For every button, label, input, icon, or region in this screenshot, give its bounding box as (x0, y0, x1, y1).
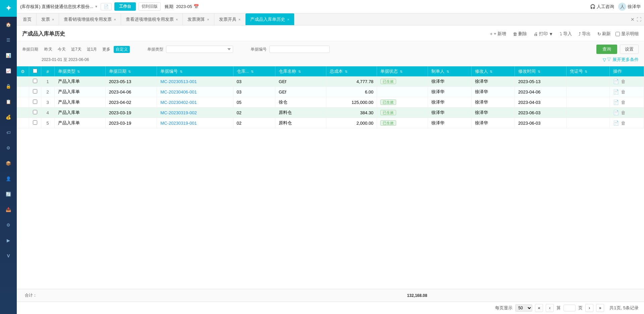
delete-btn[interactable]: 🗑 删除 (511, 29, 529, 38)
delete-row-icon[interactable]: 🗑 (621, 110, 626, 115)
sidebar-item-home[interactable]: 🏠 (0, 17, 17, 32)
print-btn[interactable]: 🖨 打印 ▼ (532, 29, 555, 38)
quick-yesterday-btn[interactable]: 昨天 (42, 46, 54, 53)
maximize-btn[interactable]: ⛶ (637, 17, 641, 22)
row-checkbox[interactable] (29, 87, 41, 97)
th-creator[interactable]: 制单人 ⇅ (428, 66, 471, 76)
th-modifier[interactable]: 修改人 ⇅ (471, 66, 515, 76)
row-select-checkbox[interactable] (33, 89, 37, 93)
user-profile[interactable]: 人 徐泽华 (618, 3, 641, 11)
show-detail-checkbox[interactable] (615, 32, 620, 36)
calendar-icon[interactable]: 📅 (194, 4, 199, 9)
th-date[interactable]: 单据日期 ⇅ (105, 66, 157, 76)
import-btn[interactable]: ⤵ 导入 (558, 29, 574, 38)
row-checkbox[interactable] (29, 118, 41, 128)
custom-date-btn[interactable]: 自定义 (114, 46, 130, 53)
page-num-input[interactable]: 1 (564, 305, 576, 311)
app-logo[interactable]: ✦ (0, 0, 17, 17)
row-select-checkbox[interactable] (33, 100, 37, 104)
sidebar-item-report[interactable]: 📊 (0, 48, 17, 63)
row-checkbox[interactable] (29, 76, 41, 87)
next-page-btn[interactable]: › (585, 304, 593, 312)
row-number-link[interactable]: MC-20230319-002 (160, 110, 197, 115)
sidebar-item-v[interactable]: V (0, 248, 17, 263)
sidebar-item-analytics[interactable]: 📈 (0, 63, 17, 78)
new-btn[interactable]: ＋ + 新增 (487, 29, 508, 38)
last-page-btn[interactable]: » (596, 304, 604, 312)
view-icon[interactable]: 📄 (613, 120, 619, 126)
row-select-checkbox[interactable] (33, 110, 37, 114)
quick-more-btn[interactable]: 更多 (100, 46, 112, 53)
th-total-cost[interactable]: 总成本 ⇅ (326, 66, 377, 76)
th-number[interactable]: 单据编号 ⇅ (157, 66, 233, 76)
row-checkbox[interactable] (29, 97, 41, 108)
tab-purchase-invoice-close[interactable]: × (176, 17, 178, 21)
tab-calc-close[interactable]: × (207, 17, 209, 21)
th-warehouse-name[interactable]: 仓库名称 ⇅ (275, 66, 326, 76)
th-warehouse-no[interactable]: 仓库... ⇅ (233, 66, 275, 76)
row-number-link[interactable]: MC-20230513-001 (160, 79, 197, 84)
switch-old-btn[interactable]: 切到旧版 (139, 2, 161, 11)
tab-sales-invoice-close[interactable]: × (114, 17, 116, 21)
row-checkbox[interactable] (29, 108, 41, 118)
tab-issue-close[interactable]: × (238, 17, 240, 21)
user-service-btn[interactable]: 🎧 人工咨询 (590, 4, 614, 10)
quick-7days-btn[interactable]: 近7天 (69, 46, 84, 53)
sidebar-item-menu[interactable]: ☰ (0, 32, 17, 48)
row-number-link[interactable]: MC-20230319-001 (160, 121, 197, 126)
th-voucher[interactable]: 凭证号 ⇅ (566, 66, 609, 76)
prev-page-btn[interactable]: ‹ (546, 304, 554, 312)
th-status[interactable]: 单据状态 ⇅ (377, 66, 428, 76)
view-icon[interactable]: 📄 (613, 110, 619, 115)
expand-conditions-btn[interactable]: ▽ ▽ 展开更多条件 (603, 57, 639, 63)
th-settings[interactable]: ⚙ (17, 66, 29, 76)
row-number-link[interactable]: MC-20230406-001 (160, 89, 197, 95)
first-page-btn[interactable]: « (535, 304, 543, 312)
sidebar-item-config[interactable]: ⚙ (0, 217, 17, 233)
doc-btn[interactable]: 📄 (101, 3, 112, 10)
sidebar-item-finance[interactable]: 💰 (0, 109, 17, 125)
th-checkbox[interactable] (29, 66, 41, 76)
tab-calc[interactable]: 发票测算 × (183, 13, 214, 25)
tab-home[interactable]: 首页 (18, 13, 37, 25)
row-select-checkbox[interactable] (33, 120, 37, 125)
sidebar-item-user[interactable]: 👤 (0, 171, 17, 186)
th-modify-time[interactable]: 修改时间 ⇅ (515, 66, 567, 76)
sidebar-item-lock[interactable]: 🔒 (0, 78, 17, 94)
export-btn[interactable]: ⤴ 导出 (577, 29, 593, 38)
type-filter-select[interactable] (166, 46, 233, 53)
sidebar-item-list[interactable]: 📋 (0, 94, 17, 109)
sidebar-item-inventory[interactable]: 📦 (0, 155, 17, 171)
delete-row-icon[interactable]: 🗑 (621, 100, 626, 105)
tab-invoice-close[interactable]: × (52, 17, 54, 21)
num-filter-input[interactable] (269, 46, 330, 53)
view-icon[interactable]: 📄 (613, 100, 619, 105)
quick-1month-btn[interactable]: 近1月 (85, 46, 99, 53)
workbench-btn[interactable]: 工作台 (114, 2, 136, 11)
filter-settings-btn[interactable]: 设置 (620, 45, 639, 54)
row-select-checkbox[interactable] (33, 79, 37, 83)
close-all-tabs-btn[interactable]: ✕ (631, 17, 635, 22)
per-page-select[interactable]: 50 100 (515, 304, 532, 312)
company-selector[interactable]: (库存核算) 直播轻捷通信息技术股份... ▼ (20, 4, 98, 10)
tab-issue[interactable]: 发票开具 × (214, 13, 246, 25)
show-detail-toggle[interactable]: 显示明细 (615, 31, 639, 37)
search-btn[interactable]: 查询 (596, 45, 617, 54)
delete-row-icon[interactable]: 🗑 (621, 79, 626, 84)
tab-sales-invoice[interactable]: 查看销项增值税专用发票 × (59, 13, 121, 25)
sidebar-item-play[interactable]: ▶ (0, 233, 17, 248)
row-number-link[interactable]: MC-20230402-001 (160, 100, 197, 105)
tab-purchase-invoice[interactable]: 查看进项增值税专用发票 × (121, 13, 183, 25)
delete-row-icon[interactable]: 🗑 (621, 120, 626, 126)
select-all-checkbox[interactable] (33, 69, 37, 73)
quick-today-btn[interactable]: 今天 (56, 46, 68, 53)
sidebar-item-sync[interactable]: 🔄 (0, 186, 17, 202)
tab-product-history-close[interactable]: × (287, 17, 289, 21)
sidebar-item-tag[interactable]: 🏷 (0, 125, 17, 140)
tab-invoice[interactable]: 发票 × (37, 13, 59, 25)
th-type[interactable]: 单据类型 ⇅ (54, 66, 105, 76)
refresh-btn[interactable]: ↻ 刷新 (595, 29, 613, 38)
delete-row-icon[interactable]: 🗑 (621, 89, 626, 95)
tab-product-history[interactable]: 产成品入库单历史 × (246, 13, 294, 25)
sidebar-item-download[interactable]: 📥 (0, 202, 17, 217)
